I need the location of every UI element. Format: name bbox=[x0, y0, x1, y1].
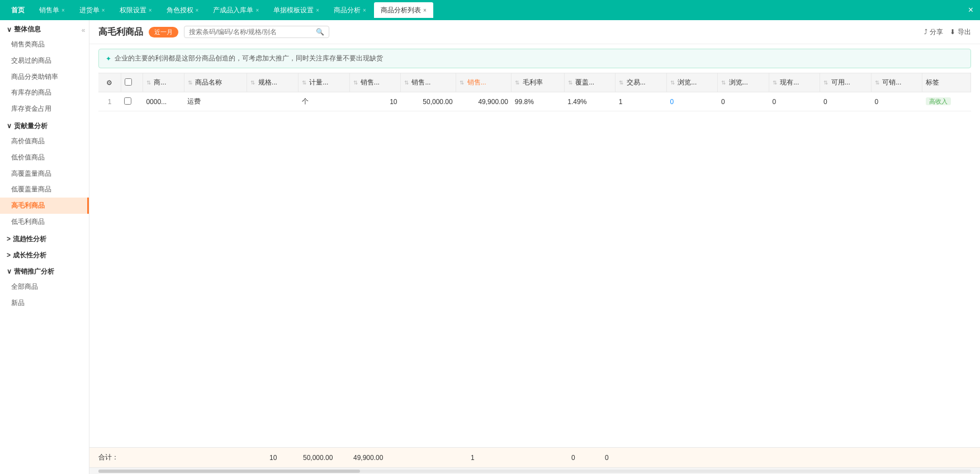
th-index: ⚙ bbox=[98, 73, 121, 92]
th-saleable[interactable]: ⇅ 可销... bbox=[871, 73, 922, 92]
cell-browse1[interactable]: 0 bbox=[666, 92, 718, 111]
search-input[interactable] bbox=[189, 28, 313, 36]
table-header-row: ⚙ ⇅ 商... ⇅ 商品名称 bbox=[98, 73, 971, 92]
footer-sales-cost: 49,900.00 bbox=[350, 454, 400, 462]
sidebar-item-low-coverage[interactable]: 低覆盖量商品 bbox=[0, 181, 89, 198]
th-coverage[interactable]: ⇅ 覆盖... bbox=[564, 73, 616, 92]
cell-checkbox[interactable] bbox=[121, 92, 143, 111]
horizontal-scrollbar[interactable] bbox=[89, 467, 980, 474]
export-icon: ⬇ bbox=[950, 28, 955, 36]
sidebar-item-all-goods[interactable]: 全部商品 bbox=[0, 279, 89, 295]
time-filter-button[interactable]: 近一月 bbox=[149, 27, 178, 37]
footer-cells: 10 50,000.00 49,900.00 1 0 0 bbox=[132, 454, 971, 462]
info-icon: ✦ bbox=[106, 55, 111, 63]
sidebar-group-growth[interactable]: > 成长性分析 bbox=[0, 246, 89, 262]
nav-tab-analysis-list[interactable]: 商品分析列表 × bbox=[374, 2, 433, 18]
share-icon: ⤴ bbox=[924, 28, 927, 36]
nav-tab-home[interactable]: 首页 bbox=[4, 2, 31, 18]
nav-tab-sales[interactable]: 销售单 × bbox=[32, 2, 72, 18]
search-box: 🔍 bbox=[184, 26, 329, 38]
sidebar-item-category-rate[interactable]: 商品分类助销率 bbox=[0, 69, 89, 85]
chevron-right-icon: > bbox=[7, 251, 11, 259]
cell-available: 0 bbox=[820, 92, 872, 111]
nav-tab-template[interactable]: 单据模板设置 × bbox=[267, 2, 326, 18]
sidebar-item-stock-capital[interactable]: 库存资金占用 bbox=[0, 101, 89, 117]
close-all-button[interactable]: × bbox=[966, 3, 976, 17]
th-sales-amt[interactable]: ⇅ 销售... bbox=[401, 73, 456, 92]
close-icon[interactable]: × bbox=[61, 7, 65, 13]
sidebar-item-high-coverage[interactable]: 高覆盖量商品 bbox=[0, 166, 89, 182]
footer-available: 0 bbox=[602, 454, 635, 462]
footer-trade: 1 bbox=[467, 454, 501, 462]
sidebar-item-low-margin[interactable]: 低毛利商品 bbox=[0, 214, 89, 230]
sidebar-group-contribution[interactable]: ∨ 贡献量分析 bbox=[0, 117, 89, 133]
content-header: 高毛利商品 近一月 🔍 ⤴ 分享 ⬇ 导出 bbox=[89, 20, 980, 44]
nav-tab-production[interactable]: 产成品入库单 × bbox=[206, 2, 266, 18]
cell-tag: 高收入 bbox=[922, 92, 971, 111]
nav-tab-roles[interactable]: 角色授权 × bbox=[160, 2, 206, 18]
th-trade[interactable]: ⇅ 交易... bbox=[616, 73, 667, 92]
footer-sales-amt: 50,000.00 bbox=[300, 454, 350, 462]
settings-icon[interactable]: ⚙ bbox=[106, 79, 112, 87]
sidebar-item-traded-goods[interactable]: 交易过的商品 bbox=[0, 53, 89, 69]
footer-spacer3 bbox=[400, 454, 467, 462]
th-checkbox[interactable] bbox=[121, 73, 143, 92]
sidebar-item-high-margin[interactable]: 高毛利商品 bbox=[0, 198, 89, 214]
footer-spacer1 bbox=[132, 454, 244, 462]
close-icon[interactable]: × bbox=[196, 7, 199, 13]
sidebar-item-high-value[interactable]: 高价值商品 bbox=[0, 133, 89, 149]
sidebar-item-low-value[interactable]: 低价值商品 bbox=[0, 149, 89, 166]
th-code[interactable]: ⇅ 商... bbox=[143, 73, 184, 92]
main-layout: « ∨ 整体信息 销售类商品 交易过的商品 商品分类助销率 有库存的商品 库存资… bbox=[0, 20, 980, 474]
th-current[interactable]: ⇅ 现有... bbox=[769, 73, 820, 92]
chevron-down-icon: ∨ bbox=[7, 267, 12, 275]
chevron-down-icon: ∨ bbox=[7, 122, 12, 130]
th-name[interactable]: ⇅ 商品名称 bbox=[184, 73, 247, 92]
th-sales-qty[interactable]: ⇅ 销售... bbox=[349, 73, 401, 92]
close-icon[interactable]: × bbox=[149, 7, 152, 13]
th-gross-margin[interactable]: ⇅ 毛利率 bbox=[512, 73, 565, 92]
close-icon[interactable]: × bbox=[255, 7, 259, 13]
th-spec[interactable]: ⇅ 规格... bbox=[247, 73, 299, 92]
footer-label: 合计： bbox=[98, 453, 132, 462]
cell-browse2: 0 bbox=[718, 92, 769, 111]
sidebar-group-marketing[interactable]: ∨ 营销推广分析 bbox=[0, 262, 89, 279]
th-browse2[interactable]: ⇅ 浏览... bbox=[718, 73, 769, 92]
th-browse1[interactable]: ⇅ 浏览... bbox=[666, 73, 718, 92]
sidebar-item-sales-goods[interactable]: 销售类商品 bbox=[0, 36, 89, 53]
footer-sales-qty: 10 bbox=[266, 454, 300, 462]
page-title: 高毛利商品 bbox=[98, 26, 143, 38]
scrollbar-track bbox=[98, 470, 971, 473]
sidebar-item-stocked-goods[interactable]: 有库存的商品 bbox=[0, 85, 89, 101]
export-button[interactable]: ⬇ 导出 bbox=[950, 27, 971, 37]
nav-tab-purchase[interactable]: 进货单 × bbox=[73, 2, 112, 18]
footer-spacer2 bbox=[244, 454, 266, 462]
cell-sales-cost: 49,900.00 bbox=[456, 92, 512, 111]
scrollbar-thumb[interactable] bbox=[98, 470, 360, 473]
sidebar-group-overall[interactable]: ∨ 整体信息 bbox=[0, 20, 89, 36]
row-checkbox[interactable] bbox=[124, 97, 131, 105]
search-icon[interactable]: 🔍 bbox=[316, 28, 324, 36]
cell-saleable: 0 bbox=[871, 92, 922, 111]
top-nav: 首页 销售单 × 进货单 × 权限设置 × 角色授权 × 产成品入库单 × 单据… bbox=[0, 0, 980, 20]
select-all-checkbox[interactable] bbox=[125, 78, 132, 86]
chevron-down-icon: ∨ bbox=[7, 26, 12, 34]
th-unit[interactable]: ⇅ 计量... bbox=[299, 73, 350, 92]
th-available[interactable]: ⇅ 可用... bbox=[820, 73, 872, 92]
cell-gross-margin: 99.8% bbox=[512, 92, 565, 111]
close-icon[interactable]: × bbox=[363, 7, 366, 13]
th-sales-cost[interactable]: ⇅ 销售... bbox=[456, 73, 512, 92]
header-actions: ⤴ 分享 ⬇ 导出 bbox=[924, 27, 971, 37]
sidebar-collapse-button[interactable]: « bbox=[78, 25, 89, 36]
close-icon[interactable]: × bbox=[102, 7, 105, 13]
close-icon[interactable]: × bbox=[423, 7, 427, 13]
th-tag[interactable]: 标签 bbox=[922, 73, 971, 92]
sidebar-group-flow[interactable]: > 流趋性分析 bbox=[0, 230, 89, 246]
close-icon[interactable]: × bbox=[316, 7, 319, 13]
nav-tab-permissions[interactable]: 权限设置 × bbox=[113, 2, 159, 18]
cell-current: 0 bbox=[769, 92, 820, 111]
content-area: 高毛利商品 近一月 🔍 ⤴ 分享 ⬇ 导出 ✦ 企业的主要的利润都是这部分商品创… bbox=[89, 20, 980, 474]
share-button[interactable]: ⤴ 分享 bbox=[924, 27, 943, 37]
sidebar-item-new-goods[interactable]: 新品 bbox=[0, 295, 89, 311]
nav-tab-analysis[interactable]: 商品分析 × bbox=[327, 2, 373, 18]
